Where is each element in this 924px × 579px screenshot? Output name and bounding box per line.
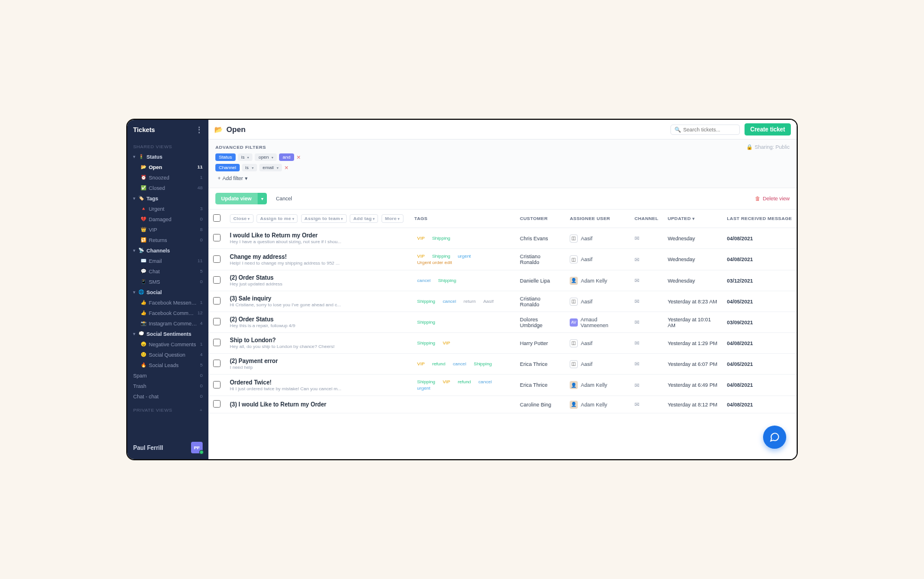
tag: Shipping <box>429 235 453 241</box>
ticket-row[interactable]: I would Like to Return my OrderHey I hav… <box>208 228 797 249</box>
ticket-last-received: 04/08/2021 <box>722 375 797 396</box>
select-all-checkbox[interactable] <box>213 214 221 222</box>
filter-val-2[interactable]: email▾ <box>259 164 282 171</box>
search-input-wrap[interactable]: 🔍 <box>670 124 740 135</box>
filter-field-channel[interactable]: Channel <box>215 164 240 171</box>
sidebar-item[interactable]: 👍Facebook Messenger1 <box>127 298 208 308</box>
filter-field-status[interactable]: Status <box>215 153 236 161</box>
sidebar-item[interactable]: 🔥Social Leads5 <box>127 360 208 371</box>
row-checkbox[interactable] <box>213 234 221 241</box>
sidebar-item[interactable]: Spam0 <box>127 371 208 381</box>
sidebar-item[interactable]: ⏰Snoozed1 <box>127 173 208 183</box>
update-view-dropdown[interactable]: ▾ <box>258 193 267 204</box>
bulk-add-tag-button[interactable]: Add tag ▾ <box>350 214 378 223</box>
filter-val-1[interactable]: open▾ <box>255 153 277 161</box>
ticket-preview: Hi I just ordered twice by mistake! Can … <box>230 386 380 391</box>
row-checkbox[interactable] <box>213 400 221 408</box>
ticket-customer: Harry Potter <box>515 333 565 354</box>
add-private-view-icon[interactable]: + <box>200 408 203 413</box>
app-window: Tickets ⋮ SHARED VIEWS ▾🚦Status📂Open11⏰S… <box>126 119 798 460</box>
sidebar-item[interactable]: ✉️Email11 <box>127 256 208 266</box>
row-checkbox[interactable] <box>213 297 221 305</box>
col-channel[interactable]: CHANNEL <box>630 210 663 228</box>
create-ticket-button[interactable]: Create ticket <box>745 123 791 135</box>
sidebar-group[interactable]: ▾💭Social Sentiments <box>127 329 208 339</box>
tag: VIP <box>440 379 453 385</box>
col-tags[interactable]: TAGS <box>410 210 515 228</box>
sidebar-item[interactable]: 📱SMS0 <box>127 277 208 287</box>
filter-op-2[interactable]: is▾ <box>242 164 257 171</box>
ticket-updated: Wednesday <box>663 270 722 291</box>
col-customer[interactable]: CUSTOMER <box>515 210 565 228</box>
ticket-row[interactable]: (2) Payment errorI need help VIPrefundca… <box>208 354 797 375</box>
delete-view-button[interactable]: 🗑 Delete view <box>755 196 790 201</box>
tag: refund <box>455 379 474 385</box>
sidebar-menu-icon[interactable]: ⋮ <box>196 126 203 134</box>
ticket-row[interactable]: Ordered Twice!Hi I just ordered twice by… <box>208 375 797 396</box>
ticket-updated: Yesterday at 6:07 PM <box>663 354 722 375</box>
row-checkbox[interactable] <box>213 255 221 263</box>
ticket-preview: Help! I need to change my shipping addre… <box>230 261 380 266</box>
search-input[interactable] <box>683 127 748 133</box>
row-checkbox[interactable] <box>213 276 221 284</box>
channel-email-icon: ✉ <box>635 235 639 241</box>
row-checkbox[interactable] <box>213 381 221 389</box>
ticket-row[interactable]: (3) I would Like to Return my Order Caro… <box>208 396 797 413</box>
sidebar-item[interactable]: 🔁Returns0 <box>127 235 208 245</box>
bulk-more-button[interactable]: More ▾ <box>382 214 404 223</box>
sharing-indicator[interactable]: 🔒 Sharing: Public <box>746 144 790 150</box>
col-updated[interactable]: UPDATED ▾ <box>663 210 722 228</box>
sidebar-item[interactable]: 🔺Urgent3 <box>127 204 208 214</box>
chat-fab[interactable] <box>763 426 786 449</box>
ticket-updated: Yesterday at 6:49 PM <box>663 375 722 396</box>
sidebar-item[interactable]: ✅Closed48 <box>127 183 208 193</box>
add-filter-button[interactable]: + Add filter ▾ <box>215 174 250 182</box>
ticket-row[interactable]: Change my address!Help! I need to change… <box>208 249 797 270</box>
ticket-subject: I would Like to Return my Order <box>230 232 405 239</box>
ticket-row[interactable]: (3) Sale inquiryHi Cristiane, sorry to l… <box>208 291 797 312</box>
ticket-assignee: ◫Aasif <box>570 339 625 347</box>
sidebar-item[interactable]: 👑VIP8 <box>127 225 208 235</box>
bulk-assign-me-button[interactable]: Assign to me ▾ <box>256 214 298 223</box>
row-checkbox[interactable] <box>213 339 221 346</box>
tickets-table: Close ▾ Assign to me ▾ Assign to team ▾ … <box>208 210 797 413</box>
sidebar-item[interactable]: 📂Open11 <box>127 162 208 173</box>
filter-remove-2[interactable]: ✕ <box>284 165 289 171</box>
cancel-button[interactable]: Cancel <box>272 193 297 204</box>
sidebar-item[interactable]: 📸Instagram Comments4 <box>127 318 208 329</box>
sidebar-item[interactable]: Chat - chat0 <box>127 391 208 402</box>
sidebar-group[interactable]: ▾🏷️Tags <box>127 193 208 204</box>
sidebar-group[interactable]: ▾🌐Social <box>127 287 208 298</box>
ticket-customer: Danielle Lipa <box>515 270 565 291</box>
ticket-assignee: 👤Adam Kelly <box>570 401 625 409</box>
ticket-last-received: 04/08/2021 <box>722 228 797 249</box>
row-checkbox[interactable] <box>213 360 221 367</box>
ticket-row[interactable]: (2) Order StatusHey just updated address… <box>208 270 797 291</box>
bulk-assign-team-button[interactable]: Assign to team ▾ <box>301 214 347 223</box>
filter-join-1[interactable]: and <box>279 153 294 161</box>
sidebar-group[interactable]: ▾📡Channels <box>127 245 208 256</box>
sidebar-item[interactable]: 😠Negative Comments1 <box>127 339 208 350</box>
sidebar-item[interactable]: Trash0 <box>127 381 208 391</box>
current-user-avatar[interactable]: PF <box>191 442 203 453</box>
filter-remove-1[interactable]: ✕ <box>296 155 301 160</box>
view-action-bar: Update view ▾ Cancel 🗑 Delete view <box>208 188 797 210</box>
ticket-tags: Shipping <box>410 312 515 333</box>
sidebar-item[interactable]: 👍Facebook Comments12 <box>127 308 208 318</box>
row-checkbox[interactable] <box>213 318 221 325</box>
ticket-preview: Hey this is a repair, followup 4/9 <box>230 323 380 328</box>
update-view-button[interactable]: Update view <box>215 193 258 204</box>
sidebar-item[interactable]: 💬Chat5 <box>127 266 208 277</box>
col-last-received[interactable]: LAST RECEIVED MESSAGE <box>722 210 797 228</box>
tag: refund <box>429 361 448 367</box>
sidebar-item[interactable]: 😕Social Question4 <box>127 350 208 360</box>
filter-op-1[interactable]: is▾ <box>238 153 253 161</box>
bulk-close-button[interactable]: Close ▾ <box>230 214 254 223</box>
ticket-row[interactable]: (2) Order StatusHey this is a repair, fo… <box>208 312 797 333</box>
sidebar-group[interactable]: ▾🚦Status <box>127 152 208 162</box>
col-assignee[interactable]: ASSIGNEE USER <box>565 210 630 228</box>
search-icon: 🔍 <box>674 127 681 133</box>
sidebar-item[interactable]: 💔Damaged0 <box>127 214 208 225</box>
ticket-row[interactable]: Ship to London?Hey all, do you ship to L… <box>208 333 797 354</box>
ticket-updated: Yesterday at 1:29 PM <box>663 333 722 354</box>
